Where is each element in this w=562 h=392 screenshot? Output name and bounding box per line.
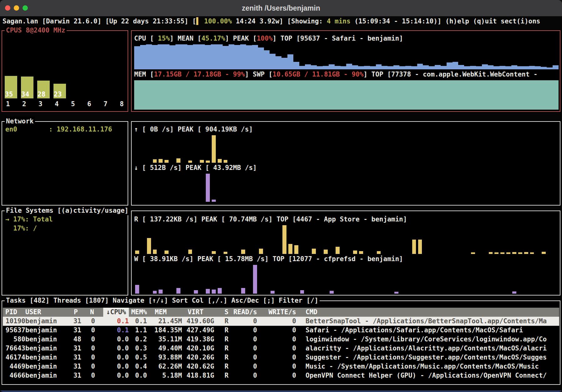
- network-panel: Network en0 : 192.168.11.176: [2, 121, 128, 206]
- cpu-summary-line: CPU [ 15%] MEAN [45.17%] PEAK [100%] TOP…: [134, 34, 559, 43]
- filesystems-graph-panel: R [ 137.22KB /s] PEAK [ 70.74MB /s] TOP …: [131, 211, 560, 295]
- mem-summary-line: MEM [17.15GB / 17.18GB - 99%] SWP [10.65…: [134, 70, 559, 79]
- fs-write-chart: [134, 265, 559, 294]
- cpu-core-axis: 12345678: [5, 100, 135, 109]
- task-row[interactable]: 4469benjamin3100.00.462.26M420.62GR00Mus…: [3, 362, 559, 371]
- cpu-core-bars-chart: 35342823: [5, 34, 135, 98]
- cpu-cores-panel: CPUS 8@2400 MHz 35342823 12345678: [2, 30, 128, 112]
- tasks-table-header[interactable]: PIDUSERPN↓CPU%MEM%MEMVIRTSREAD/sWRITE/sC…: [3, 308, 559, 317]
- minimize-button[interactable]: [14, 5, 19, 11]
- window-title: zenith /Users/benjamin: [0, 0, 562, 16]
- task-row[interactable]: 95637benjamin3100.11.1184.35M427.49GR00S…: [3, 326, 559, 335]
- fs-read-chart: [134, 225, 559, 254]
- window-bottom-edge: [0, 390, 562, 392]
- tasks-table-rows: 10190benjamin3100.10.121.45M419.60GR00Be…: [3, 317, 559, 380]
- task-row[interactable]: 4666benjamin3100.00.05.18M418.81GR00Open…: [3, 371, 559, 380]
- network-download-line: ↓ [ 512B /s] PEAK [ 43.92MB /s]: [134, 163, 559, 172]
- close-button[interactable]: [5, 5, 10, 11]
- cpu-mem-graph-panel: CPU [ 15%] MEAN [45.17%] PEAK [100%] TOP…: [131, 30, 560, 112]
- task-row[interactable]: 580benjamin4800.00.235.11M419.38GR00logi…: [3, 335, 559, 344]
- tasks-panel: Tasks [482] Threads [1807] Navigate [↑/↓…: [2, 300, 560, 385]
- titlebar: zenith /Users/benjamin: [0, 0, 562, 16]
- task-row[interactable]: 46174benjamin3100.00.593.88M420.26GR00Su…: [3, 353, 559, 362]
- network-upload-line: ↑ [ 0B /s] PEAK [ 904.19KB /s]: [134, 125, 559, 134]
- task-row[interactable]: 76643benjamin3100.00.349.40M420.10GR00al…: [3, 344, 559, 353]
- network-upload-chart: [134, 135, 559, 163]
- fs-write-line: W [ 38.91KB /s] PEAK [ 15.78MB /s] TOP […: [134, 255, 559, 264]
- filesystem-total-line[interactable]: → 17%: Total: [5, 215, 53, 224]
- terminal-window: zenith /Users/benjamin Sagan.lan [Darwin…: [0, 0, 562, 392]
- traffic-lights: [5, 5, 28, 11]
- fs-read-line: R [ 137.22KB /s] PEAK [ 70.74MB /s] TOP …: [134, 215, 559, 224]
- filesystems-panel-title: File Systems [(a)ctivity/usage]: [5, 206, 130, 215]
- task-row[interactable]: 10190benjamin3100.10.121.45M419.60GR00Be…: [3, 317, 559, 326]
- mem-history-chart: [134, 80, 559, 110]
- network-panel-title: Network: [5, 117, 35, 126]
- network-graph-panel: ↑ [ 0B /s] PEAK [ 904.19KB /s] ↓ [ 512B …: [131, 121, 560, 206]
- filesystem-root-line[interactable]: 17%: /: [5, 224, 37, 233]
- network-interface-line: en0 : 192.168.11.176: [5, 125, 112, 134]
- status-line: Sagan.lan [Darwin 21.6.0] [Up 22 days 21…: [0, 17, 562, 27]
- zoom-button[interactable]: [23, 5, 28, 11]
- tasks-panel-title: Tasks [482] Threads [1807] Navigate [↑/↓…: [5, 296, 320, 305]
- filesystems-panel: File Systems [(a)ctivity/usage] → 17%: T…: [2, 211, 128, 295]
- cpu-history-chart: [134, 44, 559, 69]
- network-download-chart: [134, 174, 559, 202]
